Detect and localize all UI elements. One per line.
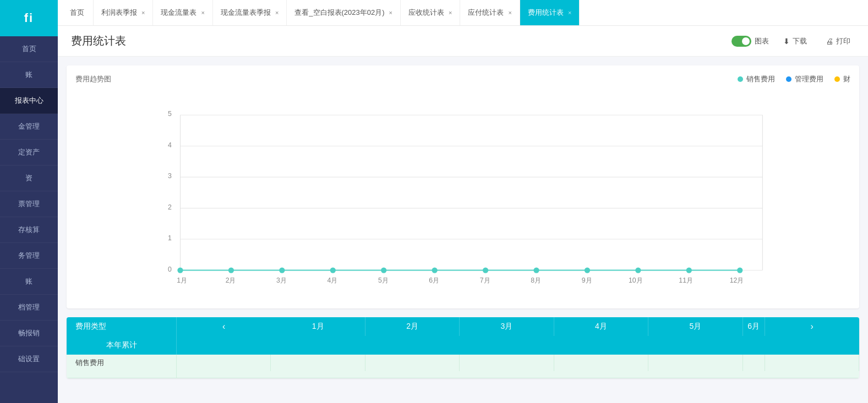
sidebar-item-archive-mgmt[interactable]: 档管理	[0, 295, 58, 321]
close-tab-cashflow[interactable]: ×	[201, 9, 204, 16]
tab-receivable[interactable]: 应收统计表 ×	[401, 0, 460, 25]
print-icon: 🖨	[826, 37, 833, 46]
svg-text:12月: 12月	[730, 277, 744, 284]
td-m1	[271, 355, 365, 371]
svg-point-20	[483, 267, 488, 273]
th-m3: 3月	[460, 317, 554, 336]
svg-point-22	[585, 267, 590, 273]
svg-text:10月: 10月	[629, 277, 643, 284]
svg-text:4: 4	[168, 141, 172, 149]
chart-section: 费用趋势图 销售费用 管理费用 财	[67, 65, 859, 308]
tab-expense[interactable]: 费用统计表 ×	[520, 0, 580, 25]
svg-point-21	[533, 267, 539, 273]
td-m5	[648, 355, 743, 371]
sidebar-item-service-mgmt[interactable]: 务管理	[0, 243, 58, 269]
svg-point-25	[737, 267, 743, 273]
td-type: 销售费用	[67, 355, 177, 371]
sidebar-item-sub-account[interactable]: 账	[0, 269, 58, 295]
sidebar-item-account[interactable]: 账	[0, 62, 58, 88]
header-actions: 图表 ⬇ 下载 🖨 打印	[731, 34, 855, 48]
sidebar-item-basic-settings[interactable]: 础设置	[0, 346, 58, 372]
th-type: 费用类型	[67, 317, 177, 336]
svg-point-17	[330, 267, 336, 273]
close-tab-profit-quarterly[interactable]: ×	[141, 9, 145, 16]
chart-toggle-label[interactable]: 图表	[731, 36, 769, 47]
close-tab-blank-report[interactable]: ×	[389, 9, 392, 16]
td-m2	[365, 355, 460, 371]
svg-point-19	[432, 267, 438, 273]
svg-text:3: 3	[168, 172, 172, 180]
main-area: 首页 利润表季报 × 现金流量表 × 现金流量表季报 × 查看_空白报表(202…	[58, 0, 868, 403]
svg-text:2: 2	[168, 203, 172, 211]
sidebar-item-investment[interactable]: 资	[0, 165, 58, 191]
td-placeholder-next	[765, 355, 859, 371]
th-m2: 2月	[365, 317, 460, 336]
tab-bar: 首页 利润表季报 × 现金流量表 × 现金流量表季报 × 查看_空白报表(202…	[58, 0, 868, 26]
print-button[interactable]: 🖨 打印	[821, 34, 855, 48]
tab-blank-report[interactable]: 查看_空白报表(2023年02月) ×	[287, 0, 401, 25]
td-m3	[460, 355, 554, 371]
tab-cashflow[interactable]: 现金流量表 ×	[153, 0, 212, 25]
td-m6	[743, 355, 765, 371]
close-tab-payable[interactable]: ×	[508, 9, 511, 16]
td-m4	[554, 355, 648, 371]
tab-profit-quarterly[interactable]: 利润表季报 ×	[94, 0, 153, 25]
svg-text:9月: 9月	[582, 277, 592, 284]
svg-point-16	[279, 267, 285, 273]
table-header-row: 费用类型 ‹ 1月 2月 3月 4月 5月 6月	[67, 317, 859, 355]
sidebar: fi 首页 账 报表中心 金管理 定资产 资 票管理 存核算 务管理 账 档管理…	[0, 0, 58, 403]
svg-text:5月: 5月	[378, 277, 389, 284]
svg-text:3月: 3月	[276, 277, 287, 284]
tab-payable[interactable]: 应付统计表 ×	[460, 0, 520, 25]
th-m5: 5月	[648, 317, 743, 336]
svg-point-23	[635, 267, 641, 273]
chart-header: 费用趋势图 销售费用 管理费用 财	[75, 74, 850, 84]
chart-container: 0 1 2 3 4 5	[75, 91, 850, 300]
th-nav-next[interactable]: ›	[765, 317, 859, 336]
svg-point-24	[686, 267, 692, 273]
svg-point-14	[177, 267, 183, 273]
page-title: 费用统计表	[71, 34, 126, 48]
table-row: 销售费用	[67, 355, 859, 378]
chart-legend: 销售费用 管理费用 财	[738, 74, 850, 84]
download-button[interactable]: ⬇ 下载	[779, 34, 811, 48]
close-tab-expense[interactable]: ×	[568, 9, 571, 16]
svg-text:11月: 11月	[679, 277, 693, 284]
svg-text:6月: 6月	[429, 277, 439, 284]
th-m4: 4月	[554, 317, 648, 336]
legend-sales: 销售费用	[738, 74, 775, 84]
close-tab-cashflow-quarterly[interactable]: ×	[275, 9, 279, 16]
tab-cashflow-quarterly[interactable]: 现金流量表季报 ×	[213, 0, 287, 25]
sidebar-item-fixed-assets[interactable]: 定资产	[0, 140, 58, 165]
legend-dot-sales	[738, 76, 743, 82]
tab-home[interactable]: 首页	[61, 0, 94, 25]
svg-text:4月: 4月	[327, 277, 338, 284]
svg-text:1: 1	[168, 234, 172, 242]
table-section: 费用类型 ‹ 1月 2月 3月 4月 5月 6月	[67, 317, 859, 378]
sidebar-item-fund-mgmt[interactable]: 金管理	[0, 114, 58, 140]
th-ytd: 本年累计	[67, 336, 177, 355]
legend-dot-finance	[834, 76, 840, 82]
td-placeholder-prev	[177, 355, 271, 371]
svg-text:5: 5	[168, 110, 172, 118]
svg-text:1月: 1月	[177, 277, 187, 284]
chart-title: 费用趋势图	[75, 74, 111, 84]
legend-finance: 财	[834, 74, 850, 84]
download-icon: ⬇	[783, 37, 790, 46]
page-header: 费用统计表 图表 ⬇ 下载 🖨 打印	[58, 26, 868, 57]
legend-admin: 管理费用	[786, 74, 823, 84]
sidebar-item-ticket-mgmt[interactable]: 票管理	[0, 191, 58, 217]
svg-text:8月: 8月	[531, 277, 541, 284]
td-ytd	[67, 371, 177, 378]
sidebar-item-report-center[interactable]: 报表中心	[0, 88, 58, 114]
sidebar-item-home[interactable]: 首页	[0, 36, 58, 62]
chart-svg: 0 1 2 3 4 5	[75, 91, 850, 300]
chart-toggle-switch[interactable]	[731, 36, 751, 47]
sidebar-item-inventory[interactable]: 存核算	[0, 217, 58, 243]
th-nav-prev[interactable]: ‹	[177, 317, 271, 336]
svg-text:0: 0	[168, 266, 172, 273]
close-tab-receivable[interactable]: ×	[449, 9, 452, 16]
svg-text:7月: 7月	[480, 277, 490, 284]
sidebar-item-sales-return[interactable]: 畅报销	[0, 321, 58, 346]
th-m1: 1月	[271, 317, 365, 336]
